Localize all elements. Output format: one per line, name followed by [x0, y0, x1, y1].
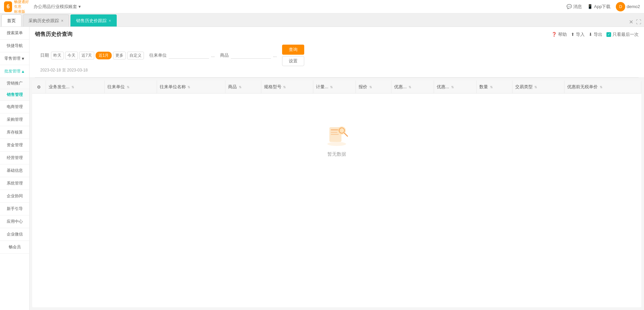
- query-button[interactable]: 查询: [282, 45, 304, 55]
- th-unit[interactable]: 计量... ⇅: [313, 81, 356, 94]
- sidebar-wholesale-submenu: 营销推广 销售管理: [0, 78, 29, 101]
- sort-icon: ⇅: [239, 85, 241, 89]
- sort-icon: ⇅: [534, 85, 537, 89]
- date-btn-1month[interactable]: 近1月: [96, 52, 112, 59]
- data-table: ⚙ 业务发生... ⇅ 往来单位 ⇅ 往来单位名称 ⇅: [32, 81, 641, 94]
- date-filter-item: 日期 昨天 今天 近7天 近1月 更多 自定义: [40, 52, 144, 59]
- sidebar-item-guide[interactable]: 新手引导: [0, 203, 29, 215]
- breadcrumb[interactable]: 办公用品行业模拟账套 ▾: [34, 4, 81, 10]
- empty-illustration: [323, 120, 350, 147]
- sidebar-item-operations[interactable]: 经营管理: [0, 152, 29, 164]
- export-button[interactable]: ⬇ 导出: [589, 32, 602, 38]
- svg-line-6: [344, 133, 347, 136]
- partner-input[interactable]: [169, 52, 209, 59]
- date-btn-yesterday[interactable]: 昨天: [51, 52, 64, 59]
- message-icon: 💬: [567, 4, 572, 9]
- sidebar-item-finance[interactable]: 资金管理: [0, 139, 29, 152]
- tab-home[interactable]: 首页: [1, 14, 21, 27]
- th-partner-code[interactable]: 往来单位 ⇅: [105, 81, 157, 94]
- sort-icon: ⇅: [330, 85, 333, 89]
- sidebar-item-wholesale[interactable]: 批发管理 ▲: [0, 65, 29, 78]
- th-business-date[interactable]: 业务发生... ⇅: [46, 81, 105, 94]
- page-title: 销售历史价查询: [35, 31, 72, 38]
- avatar: D: [616, 2, 625, 11]
- tab-bar: 首页 采购历史价跟踪 × 销售历史价跟踪 × ✕ ⛶: [0, 13, 644, 27]
- th-product[interactable]: 商品 ⇅: [225, 81, 261, 94]
- svg-rect-4: [331, 134, 339, 135]
- message-button[interactable]: 💬 消息: [567, 4, 582, 10]
- product-input[interactable]: [231, 52, 271, 59]
- product-filter-item: 商品 ...: [220, 52, 277, 59]
- sidebar-item-system[interactable]: 系统管理: [0, 177, 29, 190]
- tab-purchase-history[interactable]: 采购历史价跟踪 ×: [23, 14, 69, 27]
- sort-icon: ⇅: [283, 85, 286, 89]
- sidebar-item-ecommerce[interactable]: 电商管理: [0, 101, 29, 113]
- sidebar-item-search[interactable]: 搜索菜单: [0, 27, 29, 40]
- help-icon: ❓: [551, 32, 557, 37]
- sort-icon: ⇅: [451, 85, 454, 89]
- help-button[interactable]: ❓ 帮助: [551, 32, 567, 38]
- th-quoted-price[interactable]: 报价 ⇅: [356, 81, 391, 94]
- sidebar-item-wechat[interactable]: 企业微信: [0, 228, 29, 241]
- sidebar-item-inventory[interactable]: 库存核算: [0, 126, 29, 139]
- tab-purchase-close-icon[interactable]: ×: [61, 18, 63, 23]
- logo-area: 6 畅捷通好生意 标准版: [4, 0, 31, 14]
- date-filter: 昨天 今天 近7天 近1月 更多 自定义: [51, 52, 144, 59]
- import-button[interactable]: ⬆ 导入: [571, 32, 585, 38]
- main-layout: 搜索菜单 快捷导航 零售管理 ▼ 批发管理 ▲ 营销推广 销售管理 电商管理 采…: [0, 27, 644, 310]
- date-btn-today[interactable]: 今天: [65, 52, 78, 59]
- setting-button[interactable]: 设置: [282, 56, 304, 66]
- only-last-checkbox[interactable]: ✓ 只看最后一次: [606, 32, 639, 38]
- table-area: ⚙ 业务发生... ⇅ 往来单位 ⇅ 往来单位名称 ⇅: [32, 81, 641, 307]
- sidebar-item-apps[interactable]: 应用中心: [0, 215, 29, 228]
- app-download-button[interactable]: 📱 App下载: [587, 4, 610, 10]
- svg-rect-3: [331, 132, 337, 133]
- th-pre-discount-price[interactable]: 优惠前无税单价 ⇅: [565, 81, 641, 94]
- export-icon: ⬇: [589, 32, 592, 37]
- sort-icon: ⇅: [490, 85, 493, 89]
- header-left: 6 畅捷通好生意 标准版 办公用品行业模拟账套 ▾: [4, 0, 81, 14]
- sidebar-item-sales-management[interactable]: 销售管理: [0, 89, 29, 101]
- date-btn-7days[interactable]: 近7天: [79, 52, 94, 59]
- th-discount2[interactable]: 优惠... ⇅: [434, 81, 477, 94]
- import-icon: ⬆: [571, 32, 575, 37]
- th-discount1[interactable]: 优惠... ⇅: [391, 81, 434, 94]
- th-spec[interactable]: 规格型号 ⇅: [261, 81, 313, 94]
- sidebar-item-marketing[interactable]: 营销推广: [0, 78, 29, 89]
- date-range-display: 2023-02-18 至 2023-03-18: [40, 67, 633, 73]
- sort-icon: ⇅: [71, 85, 74, 89]
- tab-sales-history[interactable]: 销售历史价跟踪 ×: [70, 14, 117, 27]
- user-menu[interactable]: D demo2: [616, 2, 640, 11]
- sort-icon: ⇅: [600, 85, 602, 89]
- tab-bar-controls: ✕ ⛶: [629, 19, 644, 27]
- close-window-icon[interactable]: ✕: [629, 19, 633, 25]
- filter-area: 日期 昨天 今天 近7天 近1月 更多 自定义 往来单位: [35, 41, 639, 78]
- app-icon: 📱: [587, 4, 593, 9]
- sidebar-item-quicknav[interactable]: 快捷导航: [0, 40, 29, 52]
- th-settings[interactable]: ⚙: [32, 81, 46, 94]
- th-partner-name[interactable]: 往来单位名称 ⇅: [157, 81, 225, 94]
- page-header: 销售历史价查询 ❓ 帮助 ⬆ 导入 ⬇ 导出 ✓: [30, 27, 644, 78]
- checkbox-checked-icon: ✓: [606, 32, 611, 37]
- sidebar-item-enterprise[interactable]: 企业协同: [0, 190, 29, 203]
- page-actions: ❓ 帮助 ⬆ 导入 ⬇ 导出 ✓ 只看最后一次: [551, 32, 639, 38]
- sidebar-item-retail[interactable]: 零售管理 ▼: [0, 52, 29, 65]
- date-btn-more[interactable]: 更多: [113, 52, 126, 59]
- sidebar-item-basic-info[interactable]: 基础信息: [0, 164, 29, 177]
- table-header: ⚙ 业务发生... ⇅ 往来单位 ⇅ 往来单位名称 ⇅: [32, 81, 641, 94]
- th-transaction-type[interactable]: 交易类型 ⇅: [512, 81, 564, 94]
- sort-icon: ⇅: [187, 85, 190, 89]
- sidebar-item-purchase[interactable]: 采购管理: [0, 113, 29, 126]
- empty-text: 暂无数据: [327, 151, 346, 157]
- sidebar-item-member[interactable]: 畅会员: [0, 241, 29, 254]
- chevron-up-icon: ▲: [21, 69, 25, 74]
- sidebar: 搜索菜单 快捷导航 零售管理 ▼ 批发管理 ▲ 营销推广 销售管理 电商管理 采…: [0, 27, 30, 310]
- logo-text: 畅捷通好生意 标准版: [14, 0, 31, 14]
- filter-row: 日期 昨天 今天 近7天 近1月 更多 自定义 往来单位: [40, 45, 633, 66]
- tab-sales-close-icon[interactable]: ×: [109, 18, 111, 23]
- product-dots[interactable]: ...: [273, 53, 277, 58]
- date-btn-custom[interactable]: 自定义: [127, 52, 144, 59]
- partner-dots[interactable]: ...: [211, 53, 215, 58]
- maximize-icon[interactable]: ⛶: [636, 19, 641, 25]
- th-quantity[interactable]: 数量 ⇅: [477, 81, 513, 94]
